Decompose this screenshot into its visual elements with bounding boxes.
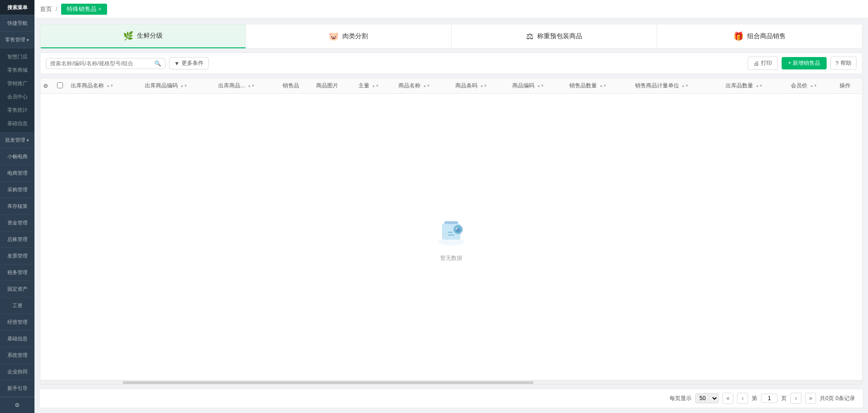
search-input[interactable] (50, 60, 153, 67)
content-area: 🌿 生鲜分级 🐷 肉类分割 ⚖ 称重预包装商品 🎁 组合商品销售 🔍 (34, 18, 868, 413)
col-sale-product[interactable]: 销售品 (280, 78, 313, 94)
sidebar-item-member-center[interactable]: 会员中心 (0, 90, 34, 103)
col-main-qty[interactable]: 主量 ▲▼ (356, 78, 396, 94)
tab-fresh-grade[interactable]: 🌿 生鲜分级 (40, 24, 246, 48)
horizontal-scrollbar[interactable] (40, 380, 862, 384)
sidebar-item-corp-agreement[interactable]: 企业协同 (0, 364, 34, 380)
col-checkbox[interactable] (54, 78, 68, 94)
per-page-label: 每页显示 (669, 395, 692, 402)
sidebar-retail-sub: 智慧门店 零售商城 营销推广 会员中心 零售统计 基础信息 (0, 48, 34, 132)
data-table: ⚙ 出库商品名称 ▲▼ 出库商品编码 ▲▼ (40, 78, 862, 94)
sidebar-item-smart-store[interactable]: 智慧门店 (0, 50, 34, 63)
col-product-name[interactable]: 商品名称 ▲▼ (396, 78, 453, 94)
pagination: 每页显示 50 10 20 100 « ‹ 第 页 › » 共0页 0条记录 (40, 389, 862, 407)
sidebar-item-tax-mgmt[interactable]: 税务管理 (0, 264, 34, 281)
col-product-barcode[interactable]: 商品条码 ▲▼ (453, 78, 510, 94)
page-input[interactable] (761, 394, 777, 403)
sidebar-item-general-ledger[interactable]: 总账管理 (0, 231, 34, 248)
sidebar-item-retail-mgmt[interactable]: 零售管理 (0, 32, 34, 48)
tab-fresh-grade-label: 生鲜分级 (137, 32, 163, 40)
sidebar-item-invoice-mgmt[interactable]: 发票管理 (0, 248, 34, 264)
fresh-grade-icon: 🌿 (123, 31, 133, 41)
sort-arrows-3: ▲▼ (248, 84, 255, 88)
sort-arrows-10: ▲▼ (755, 84, 763, 88)
filter-label: 更多条件 (182, 59, 204, 67)
sidebar-item-inventory[interactable]: 库存核算 (0, 198, 34, 215)
col-out-product-detail[interactable]: 出库商品... ▲▼ (216, 78, 279, 94)
toolbar: 🔍 ▼ 更多条件 🖨 打印 + 新增销售品 ? 帮助 (40, 52, 862, 74)
sort-arrows-9: ▲▼ (681, 84, 689, 88)
sidebar-item-retail-mall[interactable]: 零售商城 (0, 63, 34, 77)
col-sale-product-label: 销售品 (283, 82, 299, 89)
col-out-product-code[interactable]: 出库商品编码 ▲▼ (142, 78, 216, 94)
next-page-button[interactable]: › (790, 393, 801, 404)
toolbar-left: 🔍 ▼ 更多条件 (46, 57, 209, 69)
svg-point-4 (456, 228, 458, 229)
select-all-checkbox[interactable] (57, 82, 63, 88)
print-button[interactable]: 🖨 打印 (748, 57, 778, 70)
sidebar-item-wholesale-mgmt[interactable]: 批发管理 (0, 132, 34, 149)
tab-weigh-pack-label: 称重预包装商品 (537, 32, 582, 40)
print-icon: 🖨 (754, 60, 759, 67)
col-out-product-code-label: 出库商品编码 (145, 82, 178, 89)
add-button[interactable]: + 新增销售品 (782, 57, 827, 69)
sidebar-item-payroll[interactable]: 工资 (0, 298, 34, 314)
per-page-select[interactable]: 50 10 20 100 (695, 393, 719, 403)
search-box[interactable]: 🔍 (46, 58, 165, 69)
last-page-button[interactable]: » (805, 393, 816, 404)
sidebar-item-basic-info2[interactable]: 基础信息 (0, 331, 34, 347)
col-product-img: 商品图片 (313, 78, 356, 94)
sidebar-item-biz-mgmt[interactable]: 经营管理 (0, 314, 34, 331)
col-sale-qty-label: 销售品数量 (569, 82, 597, 89)
main-area: 首页 / 特殊销售品 × 🌿 生鲜分级 🐷 肉类分割 ⚖ 称重预包装商品 🎁 (34, 0, 868, 413)
col-out-qty[interactable]: 出库品数量 ▲▼ (723, 78, 788, 94)
col-member-price[interactable]: 会员价 ▲▼ (788, 78, 837, 94)
tab-combo-sales-label: 组合商品销售 (747, 32, 786, 40)
sidebar-item-sales-promo[interactable]: 营销推广 (0, 77, 34, 90)
col-settings[interactable]: ⚙ (40, 78, 54, 94)
col-product-code[interactable]: 商品编码 ▲▼ (510, 78, 567, 94)
sidebar-item-quick-nav[interactable]: 快捷导航 (0, 15, 34, 32)
sidebar-item-purchase-mgmt[interactable]: 采购管理 (0, 182, 34, 198)
breadcrumb-home[interactable]: 首页 (40, 5, 52, 13)
sort-arrows: ▲▼ (106, 84, 113, 88)
sidebar-item-fixed-assets[interactable]: 固定资产 (0, 281, 34, 298)
scrollbar-thumb[interactable] (123, 381, 533, 384)
empty-text: 暂无数据 (440, 254, 462, 262)
sidebar-item-mini-ecom[interactable]: 小畅电商 (0, 149, 34, 165)
filter-icon: ▼ (174, 60, 180, 67)
sidebar-logo[interactable]: 搜索菜单 (0, 0, 34, 15)
tab-meat-cut[interactable]: 🐷 肉类分割 (246, 24, 451, 48)
sidebar-item-retail-stats[interactable]: 零售统计 (0, 103, 34, 117)
col-out-product-name[interactable]: 出库商品名称 ▲▼ (68, 78, 142, 94)
prev-page-button[interactable]: ‹ (737, 393, 748, 404)
toolbar-right: 🖨 打印 + 新增销售品 ? 帮助 (748, 57, 857, 70)
sort-arrows-5: ▲▼ (423, 84, 430, 88)
col-product-name-label: 商品名称 (398, 82, 420, 89)
sidebar-item-ecom-mgmt[interactable]: 电商管理 (0, 165, 34, 182)
col-member-price-label: 会员价 (791, 82, 807, 89)
tab-close-icon[interactable]: × (98, 6, 102, 12)
col-sale-unit-label: 销售商品计量单位 (635, 82, 679, 89)
tab-combo-sales[interactable]: 🎁 组合商品销售 (657, 24, 862, 48)
sidebar-item-new-guide[interactable]: 新手引导 (0, 380, 34, 397)
sort-arrows-6: ▲▼ (480, 84, 487, 88)
col-out-product-detail-label: 出库商品... (218, 82, 245, 89)
col-sale-qty[interactable]: 销售品数量 ▲▼ (567, 78, 632, 94)
first-page-button[interactable]: « (722, 393, 733, 404)
page-label: 第 (752, 395, 757, 402)
sidebar-item-finance-mgmt[interactable]: 资金管理 (0, 215, 34, 231)
sidebar-item-sys-mgmt[interactable]: 系统管理 (0, 347, 34, 364)
weigh-pack-icon: ⚖ (526, 31, 533, 41)
empty-illustration (433, 212, 470, 249)
sidebar-item-basic-info[interactable]: 基础信息 (0, 117, 34, 130)
total-label: 共0页 0条记录 (820, 395, 855, 402)
empty-state: 暂无数据 (40, 94, 862, 380)
col-sale-unit[interactable]: 销售商品计量单位 ▲▼ (632, 78, 723, 94)
filter-button[interactable]: ▼ 更多条件 (169, 57, 209, 69)
gear-icon[interactable]: ⚙ (0, 397, 34, 413)
tab-weigh-pack[interactable]: ⚖ 称重预包装商品 (452, 24, 657, 48)
table-wrapper: ⚙ 出库商品名称 ▲▼ 出库商品编码 ▲▼ (40, 78, 862, 385)
col-out-product-name-label: 出库商品名称 (71, 82, 104, 89)
help-button[interactable]: ? 帮助 (830, 57, 857, 70)
